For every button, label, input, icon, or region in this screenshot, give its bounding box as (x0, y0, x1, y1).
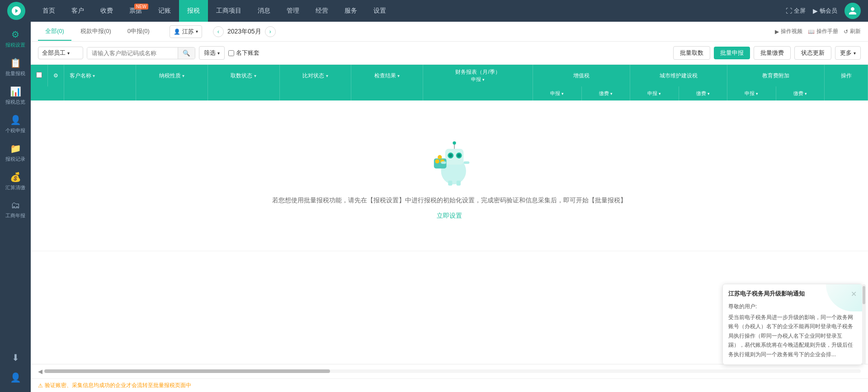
sub-col-vat-report: 申报 ▾ (533, 86, 582, 100)
batch-pay-btn[interactable]: 批量缴费 (754, 46, 791, 60)
col-edu-surcharge: 教育费附加 (727, 65, 825, 86)
scroll-thumb (44, 369, 330, 373)
notification-scrollbar-thumb (863, 286, 865, 304)
col-fetch-status: 取数状态 ▾ (208, 65, 279, 86)
svg-rect-15 (456, 181, 460, 186)
robot-illustration (422, 131, 476, 186)
nav-home[interactable]: 首页 (34, 0, 63, 22)
tab-tax-report[interactable]: 税款申报(0) (73, 23, 118, 41)
scroll-left-btn[interactable]: ◀ (38, 368, 42, 375)
setup-link[interactable]: 立即设置 (437, 212, 462, 220)
sidebar-item-tax-settings[interactable]: ⚙ 报税设置 (2, 25, 29, 52)
nav-bookkeeping[interactable]: 记账 (150, 0, 179, 22)
toolbar: 全部员工 ▾ 🔍 筛选 ▾ 名下账套 批量取数 批量申报 批量缴费 状态更新 (31, 42, 868, 65)
col-tax-type: 纳税性质 ▾ (136, 65, 208, 86)
scroll-track (44, 369, 861, 373)
nav-business[interactable]: 工商项目 (208, 0, 250, 22)
book-icon: 📖 (808, 29, 815, 35)
sidebar-item-user[interactable]: 👤 (2, 368, 29, 387)
sort-icon[interactable]: ▾ (93, 73, 95, 78)
nav-message[interactable]: 消息 (250, 0, 278, 22)
sub-col-city-report: 申报 ▾ (630, 86, 679, 100)
select-all-checkbox[interactable] (36, 72, 42, 78)
search-button[interactable]: 🔍 (178, 48, 195, 59)
account-checkbox-label[interactable]: 名下账套 (228, 49, 259, 57)
warning-icon: ⚠ (38, 382, 43, 389)
filter-button[interactable]: 筛选 ▾ (199, 46, 225, 60)
refresh-btn[interactable]: ↺ 刷新 (844, 28, 861, 35)
batch-fetch-btn[interactable]: 批量取数 (673, 46, 710, 60)
col-operation: 操作 (825, 65, 868, 86)
nav-fee[interactable]: 收费 (92, 0, 121, 22)
sort-icon[interactable]: ▾ (254, 73, 256, 78)
sidebar-item-settlement[interactable]: 💰 汇算清缴 (2, 168, 29, 195)
sidebar-item-tax-records[interactable]: 📁 报税记录 (2, 139, 29, 166)
sub-col-edu-report: 申报 ▾ (727, 86, 776, 100)
col-compare-status: 比对状态 ▾ (279, 65, 351, 86)
logo[interactable] (7, 2, 25, 20)
search-input[interactable] (87, 48, 178, 59)
sidebar-bottom: ⬇ 👤 (2, 349, 29, 392)
top-navigation: 首页 客户 收费 票据 NEW 记账 报税 工商项目 消息 管理 经营 服务 设… (0, 0, 868, 22)
svg-point-5 (457, 154, 460, 157)
sort-icon[interactable]: ▾ (397, 73, 400, 78)
scroll-area[interactable] (44, 369, 861, 374)
status-update-btn[interactable]: 状态更新 (794, 46, 831, 60)
sidebar-item-annual-report[interactable]: 🗂 工商年报 (2, 196, 29, 223)
annual-report-icon: 🗂 (11, 200, 20, 210)
tab-bar: 全部(0) 税款申报(0) 0申报(0) 👤 江苏 ▾ ‹ 2023年05月 ›… (31, 22, 868, 42)
sidebar-item-download[interactable]: ⬇ (2, 349, 29, 367)
batch-tax-icon: 📋 (10, 57, 21, 68)
tab-zero-report[interactable]: 0申报(0) (120, 23, 157, 41)
video-icon: ▶ (775, 29, 779, 35)
chevron-down-icon: ▾ (67, 51, 70, 56)
notification-title: 江苏电子税务局升级影响通知 (728, 290, 805, 298)
refresh-icon: ↺ (844, 29, 848, 35)
empty-state: 若您想使用批量报税功能，请先在【报税设置】中进行报税的初始化设置，完成密码验证和… (36, 104, 863, 247)
chevron-down-icon: ▾ (196, 29, 198, 34)
notification-body: 尊敬的用户: 受当前电子税务局进一步升级的影响，同一个政务网账号（办税人）名下的… (728, 302, 857, 359)
sidebar-item-tax-overview[interactable]: 📊 报税总览 (2, 82, 29, 109)
data-table: ⚙ 客户名称 ▾ 纳税性质 ▾ 取数状态 ▾ (31, 65, 868, 251)
date-nav: ‹ 2023年05月 › (213, 26, 276, 37)
batch-report-btn[interactable]: 批量申报 (714, 47, 750, 59)
col-check-result: 检查结果 ▾ (351, 65, 423, 86)
tab-all[interactable]: 全部(0) (38, 23, 71, 41)
prev-month-btn[interactable]: ‹ (213, 26, 224, 37)
nav-operation[interactable]: 经营 (307, 0, 336, 22)
svg-rect-14 (448, 181, 452, 186)
employee-selector-label: 全部员工 (42, 49, 66, 57)
col-vat: 增值税 (533, 65, 630, 86)
sort-icon[interactable]: ▾ (182, 73, 184, 78)
nav-manage[interactable]: 管理 (278, 0, 307, 22)
nav-invoice[interactable]: 票据 NEW (121, 0, 150, 22)
nav-tax[interactable]: 报税 (179, 0, 208, 22)
sub-col-edu-pay: 缴费 ▾ (776, 86, 825, 100)
notification-scrollbar[interactable] (862, 284, 866, 364)
svg-point-9 (435, 159, 439, 163)
nav-right: ⛶ 全屏 ▶ 畅会员 (786, 3, 861, 19)
next-month-btn[interactable]: › (265, 26, 276, 37)
sidebar-item-batch-tax[interactable]: 📋 批量报税 (2, 54, 29, 81)
member-btn[interactable]: ▶ 畅会员 (813, 7, 837, 15)
employee-selector[interactable]: 全部员工 ▾ (38, 47, 83, 59)
nav-customer[interactable]: 客户 (63, 0, 92, 22)
col-city-tax: 城市维护建设税 (630, 65, 727, 86)
settings-icon[interactable]: ⚙ (53, 72, 58, 79)
operation-manual-btn[interactable]: 📖 操作手册 (808, 28, 838, 35)
account-checkbox[interactable] (228, 50, 234, 56)
more-btn[interactable]: 更多 ▾ (835, 46, 861, 60)
tab-right-actions: ▶ 操作视频 📖 操作手册 ↺ 刷新 (775, 28, 861, 35)
fullscreen-btn[interactable]: ⛶ 全屏 (786, 7, 806, 15)
province-selector[interactable]: 👤 江苏 ▾ (170, 25, 202, 38)
nav-settings[interactable]: 设置 (365, 0, 394, 22)
avatar[interactable] (844, 3, 861, 19)
sort-icon[interactable]: ▾ (326, 73, 328, 78)
search-box: 🔍 (87, 47, 195, 59)
operation-video-btn[interactable]: ▶ 操作视频 (775, 28, 802, 35)
sidebar-item-personal-tax[interactable]: 👤 个税申报 (2, 111, 29, 138)
nav-menu: 首页 客户 收费 票据 NEW 记账 报税 工商项目 消息 管理 经营 服务 设… (34, 0, 786, 22)
empty-state-text: 若您想使用批量报税功能，请先在【报税设置】中进行报税的初始化设置，完成密码验证和… (272, 196, 627, 205)
notification-content: 受当前电子税务局进一步升级的影响，同一个政务网账号（办税人）名下的企业不能再同时… (728, 313, 857, 359)
nav-service[interactable]: 服务 (336, 0, 365, 22)
